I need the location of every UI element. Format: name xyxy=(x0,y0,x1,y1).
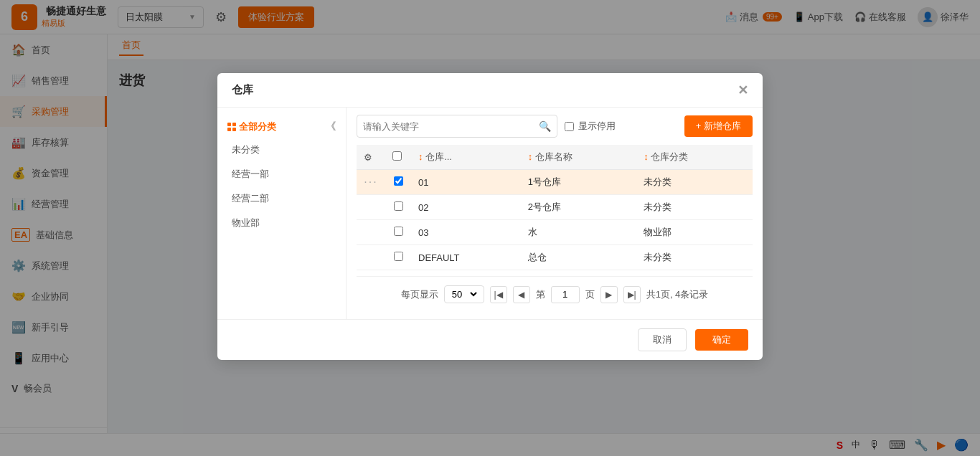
row-checkbox-cell xyxy=(385,220,411,245)
table-row[interactable]: DEFAULT 总仓 未分类 xyxy=(357,245,753,270)
table-header: ⚙ ↕ 仓库... ↕ 仓库名称 xyxy=(357,145,753,170)
row-name: 1号仓库 xyxy=(521,170,637,195)
close-icon[interactable]: ✕ xyxy=(738,84,748,97)
add-warehouse-button[interactable]: + 新增仓库 xyxy=(684,115,753,137)
total-records: 共1页, 4条记录 xyxy=(646,288,709,301)
modal-footer: 取消 确定 xyxy=(217,319,763,360)
cat-item-dept2[interactable]: 经营二部 xyxy=(217,186,346,211)
row-category: 未分类 xyxy=(636,245,753,270)
row-checkbox[interactable] xyxy=(394,201,403,211)
show-disabled-checkbox[interactable] xyxy=(565,122,574,131)
row-settings-cell xyxy=(357,195,385,220)
page-suffix: 页 xyxy=(585,288,595,301)
row-name: 水 xyxy=(521,220,637,245)
th-settings: ⚙ xyxy=(357,145,385,170)
row-code: 01 xyxy=(411,170,521,195)
modal-title: 仓库 xyxy=(232,83,253,97)
first-page-button[interactable]: |◀ xyxy=(490,286,507,303)
table-row[interactable]: ··· 01 1号仓库 未分类 xyxy=(357,170,753,195)
th-code: ↕ 仓库... xyxy=(411,145,521,170)
prev-page-button[interactable]: ◀ xyxy=(513,286,530,303)
search-icon: 🔍 xyxy=(539,120,551,132)
warehouse-table: ⚙ ↕ 仓库... ↕ 仓库名称 xyxy=(357,145,753,270)
cat-item-dept1[interactable]: 经营一部 xyxy=(217,162,346,186)
search-input[interactable] xyxy=(363,121,539,132)
th-checkbox xyxy=(385,145,411,170)
page-label: 第 xyxy=(536,288,545,301)
row-more-icon[interactable]: ··· xyxy=(364,176,377,188)
th-category: ↕ 仓库分类 xyxy=(636,145,753,170)
select-all-checkbox[interactable] xyxy=(392,151,402,161)
per-page-label: 每页显示 xyxy=(401,288,438,301)
modal-body: 全部分类 《 未分类 经营一部 经营二部 物业部 🔍 xyxy=(217,108,763,319)
cat-item-uncategorized[interactable]: 未分类 xyxy=(217,138,346,162)
modal-header: 仓库 ✕ xyxy=(217,73,763,108)
last-page-button[interactable]: ▶| xyxy=(623,286,641,303)
th-name: ↕ 仓库名称 xyxy=(521,145,637,170)
row-settings-cell: ··· xyxy=(357,170,385,195)
row-name: 2号仓库 xyxy=(521,195,637,220)
row-settings-cell xyxy=(357,245,385,270)
per-page-select[interactable]: 50 10 20 100 xyxy=(444,285,484,303)
cat-item-property[interactable]: 物业部 xyxy=(217,211,346,235)
row-settings-cell xyxy=(357,220,385,245)
row-code: 03 xyxy=(411,220,521,245)
category-sidebar: 全部分类 《 未分类 经营一部 经营二部 物业部 xyxy=(217,108,347,319)
table-area: 🔍 显示停用 + 新增仓库 ⚙ xyxy=(347,108,763,319)
table-container: ⚙ ↕ 仓库... ↕ 仓库名称 xyxy=(357,145,753,270)
per-page-dropdown[interactable]: 50 10 20 100 xyxy=(449,288,479,300)
page-number-input[interactable] xyxy=(551,286,580,303)
table-row[interactable]: 02 2号仓库 未分类 xyxy=(357,195,753,220)
warehouse-modal: 仓库 ✕ 全部分类 《 未分类 经营一 xyxy=(217,73,763,360)
search-box: 🔍 xyxy=(357,115,557,138)
table-toolbar: 🔍 显示停用 + 新增仓库 xyxy=(357,115,753,138)
category-header-label: 全部分类 xyxy=(239,120,276,133)
row-category: 未分类 xyxy=(636,170,753,195)
row-category: 未分类 xyxy=(636,195,753,220)
cancel-button[interactable]: 取消 xyxy=(638,328,687,351)
row-checkbox[interactable] xyxy=(394,252,403,261)
next-page-button[interactable]: ▶ xyxy=(600,286,618,303)
gear-icon: ⚙ xyxy=(364,152,372,163)
row-checkbox-cell xyxy=(385,245,411,270)
show-disabled-label: 显示停用 xyxy=(565,120,616,133)
row-checkbox[interactable] xyxy=(394,176,403,186)
row-code: 02 xyxy=(411,195,521,220)
row-category: 物业部 xyxy=(636,220,753,245)
table-row[interactable]: 03 水 物业部 xyxy=(357,220,753,245)
row-name: 总仓 xyxy=(521,245,637,270)
pagination: 每页显示 50 10 20 100 |◀ ◀ 第 页 ▶ ▶| 共1页, 4条记… xyxy=(357,276,753,312)
category-header: 全部分类 《 xyxy=(217,116,346,138)
confirm-button[interactable]: 确定 xyxy=(695,329,748,351)
row-checkbox-cell xyxy=(385,195,411,220)
row-checkbox-cell xyxy=(385,170,411,195)
table-body: ··· 01 1号仓库 未分类 02 2号仓库 未分类 xyxy=(357,170,753,270)
collapse-icon[interactable]: 《 xyxy=(326,120,336,133)
row-checkbox[interactable] xyxy=(394,227,403,236)
row-code: DEFAULT xyxy=(411,245,521,270)
grid-icon xyxy=(227,123,236,131)
